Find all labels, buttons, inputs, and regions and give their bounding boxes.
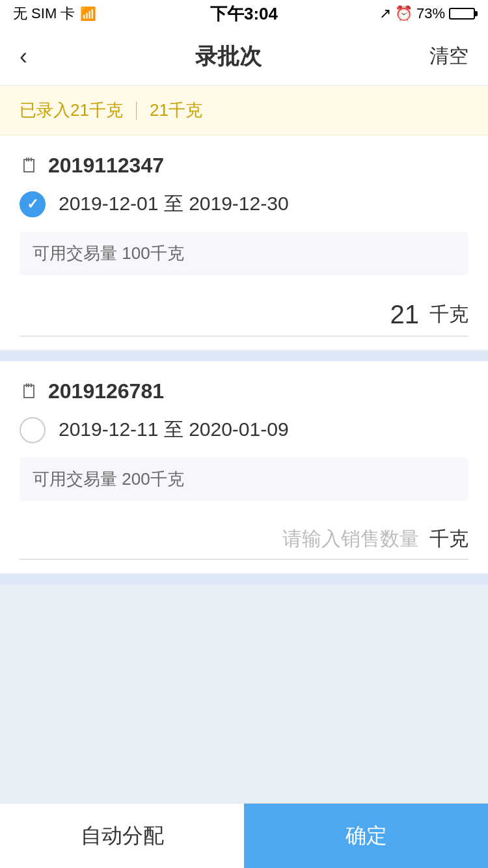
- batch-1-icon: 🗒: [20, 155, 39, 177]
- status-bar-right: ↗ ⏰ 73%: [379, 5, 475, 22]
- batch-1-header: 🗒 2019112347: [0, 135, 488, 185]
- clear-button[interactable]: 清空: [429, 43, 468, 70]
- info-banner: 已录入21千克 21千克: [0, 86, 488, 135]
- batch-2-radio[interactable]: [20, 417, 46, 443]
- batch-2-row: 2019-12-11 至 2020-01-09: [0, 411, 488, 454]
- batch-1-row: 2019-12-01 至 2019-12-30: [0, 185, 488, 228]
- section-separator-2: [0, 574, 488, 584]
- batch-1-amount-value[interactable]: 21: [390, 300, 420, 329]
- wifi-icon: 📶: [80, 6, 96, 21]
- alarm-icon: ⏰: [395, 5, 413, 22]
- back-button[interactable]: ‹: [20, 43, 27, 70]
- batch-1-date: 2019-12-01 至 2019-12-30: [59, 191, 289, 217]
- recorded-amount: 已录入21千克: [20, 99, 123, 122]
- batch-2-header: 🗒 2019126781: [0, 361, 488, 411]
- batch-2-input-placeholder: 请输入销售数量: [282, 526, 419, 552]
- banner-divider: [136, 102, 137, 120]
- batch-1-id: 2019112347: [48, 154, 164, 178]
- batch-1-amount-area: 21 千克: [0, 288, 488, 329]
- confirm-button[interactable]: 确定: [244, 804, 488, 868]
- bottom-bar: 自动分配 确定: [0, 803, 488, 868]
- batch-card-2: 🗒 2019126781 2019-12-11 至 2020-01-09 可用交…: [0, 361, 488, 573]
- total-amount: 21千克: [150, 99, 202, 122]
- batch-2-input-area: 请输入销售数量 千克: [0, 514, 488, 552]
- battery-icon: [449, 8, 475, 20]
- location-icon: ↗: [379, 5, 391, 22]
- batch-1-unit: 千克: [429, 301, 468, 328]
- status-bar-left: 无 SIM 卡 📶: [13, 4, 96, 23]
- auto-distribute-button[interactable]: 自动分配: [0, 804, 244, 868]
- carrier-text: 无 SIM 卡: [13, 4, 75, 23]
- status-bar: 无 SIM 卡 📶 下午3:04 ↗ ⏰ 73%: [0, 0, 488, 27]
- batch-2-availability: 可用交易量 200千克: [20, 457, 468, 501]
- page-title: 录批次: [195, 42, 262, 72]
- content-area: 🗒 2019112347 2019-12-01 至 2019-12-30 可用交…: [0, 135, 488, 868]
- section-separator-1: [0, 351, 488, 361]
- batch-1-radio[interactable]: [20, 191, 46, 217]
- nav-bar: ‹ 录批次 清空: [0, 27, 488, 86]
- batch-2-icon: 🗒: [20, 381, 39, 403]
- batch-1-availability: 可用交易量 100千克: [20, 232, 468, 275]
- batch-card-1: 🗒 2019112347 2019-12-01 至 2019-12-30 可用交…: [0, 135, 488, 349]
- batch-2-date: 2019-12-11 至 2020-01-09: [59, 416, 289, 443]
- batch-2-unit: 千克: [429, 526, 468, 552]
- battery-percent: 73%: [416, 5, 445, 22]
- status-bar-time: 下午3:04: [210, 3, 278, 25]
- batch-2-id: 2019126781: [48, 379, 164, 403]
